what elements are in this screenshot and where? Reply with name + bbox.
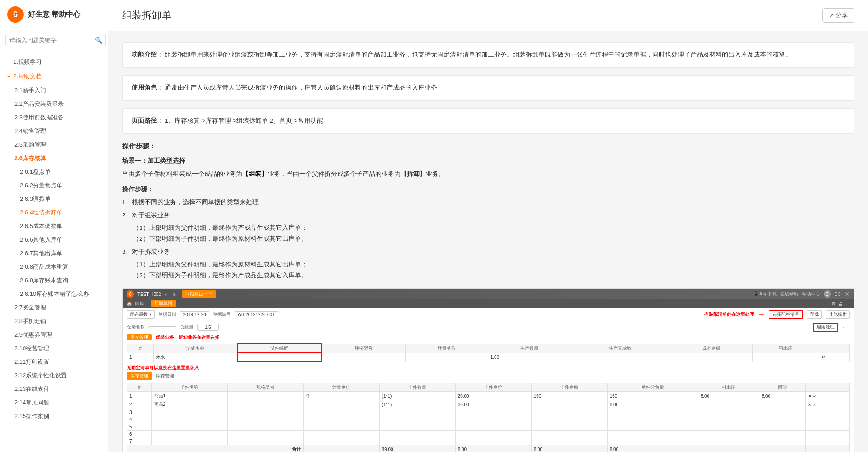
sidebar-item-266[interactable]: 2.6.6其他入库单 bbox=[0, 233, 108, 247]
print-icon[interactable]: 🖨 bbox=[838, 301, 843, 306]
collapse-icon: − bbox=[7, 73, 11, 80]
scene1-title: 场景一：加工类型选择 bbox=[122, 157, 854, 165]
share-icon: ↗ bbox=[829, 12, 834, 19]
sidebar-item-2610[interactable]: 2.6.10库存账本错了怎么办 bbox=[0, 287, 108, 301]
other-btn[interactable]: 其他操作 bbox=[826, 310, 850, 319]
sidebar-item-28[interactable]: 2.8手机旺铺 bbox=[0, 314, 108, 328]
sidebar-item-213[interactable]: 2.13在线支付 bbox=[0, 382, 108, 396]
sidebar-item-video[interactable]: + 1.视频学习 bbox=[0, 55, 108, 69]
date-value[interactable]: 2019-12-26 bbox=[180, 311, 209, 318]
step1: 1、根据不同的业务，选择不同单据的类型来处理 bbox=[122, 197, 854, 208]
annotation-row-5: 无固定清单可以直接在这里置里录入 bbox=[123, 364, 854, 371]
sidebar-item-210[interactable]: 2.10经营管理 bbox=[0, 342, 108, 355]
main-content: 组装拆卸单 ↗ 分享 功能介绍： 组装拆卸单用来处理企业组装或拆卸等加工业务，支… bbox=[108, 0, 868, 452]
sidebar-item-docs[interactable]: − 2.帮助文档 bbox=[0, 69, 108, 84]
sidebar: 6 好生意 帮助中心 🔍 + 1.视频学习 − 2.帮助文档 2.1新手入门 2… bbox=[0, 0, 108, 452]
footer-v6 bbox=[698, 445, 759, 452]
embedded-screenshot: 6 TEST-H002 ▾ ⚙ 同期数据一下 📱 App下载 在线帮助 帮助中心… bbox=[123, 289, 854, 452]
lcell-decomp2: 8.00 bbox=[607, 400, 698, 409]
select-recipe-btn[interactable]: 选择配料清单 bbox=[769, 310, 803, 319]
sidebar-item-21[interactable]: 2.1新手入门 bbox=[0, 84, 108, 97]
close-icon[interactable]: ✕ bbox=[844, 290, 850, 298]
th-spec: 规格型号 bbox=[321, 344, 405, 353]
sidebar-item-24[interactable]: 2.4销售管理 bbox=[0, 124, 108, 138]
period-data-btn[interactable]: 同期数据一下 bbox=[182, 290, 216, 298]
nav-divider: | bbox=[146, 301, 148, 306]
doc-type-select[interactable]: 库存调拨 ▾ bbox=[127, 310, 155, 319]
lth-action bbox=[805, 383, 849, 392]
lcell-unit: 个 bbox=[303, 392, 379, 400]
th-parent-name: 父处名称 bbox=[154, 344, 237, 353]
sidebar-item-264[interactable]: 2.6.4组装拆卸单 bbox=[0, 206, 108, 219]
intro-block: 功能介绍： 组装拆卸单用来处理企业组装或拆卸等加工业务，支持有固定装配清单的产品… bbox=[122, 42, 854, 68]
brand-name: 好生意 帮助中心 bbox=[28, 10, 80, 19]
lcell-init2 bbox=[759, 400, 805, 409]
lcell-decomp: 160 bbox=[607, 392, 698, 400]
sidebar-item-25[interactable]: 2.5采购管理 bbox=[0, 138, 108, 152]
sidebar-item-211[interactable]: 2.11打印设置 bbox=[0, 355, 108, 369]
more-icon[interactable]: ⋯ bbox=[845, 301, 850, 306]
lcell-action[interactable]: ✕ ✓ bbox=[805, 392, 849, 400]
annotation-5: 无固定清单可以直接在这里置里录入 bbox=[127, 365, 199, 370]
nav-new-btn[interactable]: 新增单据 bbox=[151, 300, 176, 307]
lth-price: 子件单价 bbox=[455, 383, 531, 392]
sidebar-item-265[interactable]: 2.6.5成本调整单 bbox=[0, 219, 108, 233]
sidebar-item-215[interactable]: 2.15操作案例 bbox=[0, 409, 108, 423]
lower-table-row-7: 7 bbox=[127, 438, 850, 445]
warehouse-select[interactable] bbox=[148, 326, 176, 328]
lth-name: 子件名称 bbox=[151, 383, 227, 392]
sidebar-item-27[interactable]: 2.7资金管理 bbox=[0, 301, 108, 314]
role-block: 使用角色： 通常由生产人员或库管人员完成拆装业务的操作，库管人员确认原材料的出库… bbox=[122, 75, 854, 101]
warehouse-label: 仓储名称 bbox=[127, 324, 145, 330]
process-btn[interactable]: 启用处理 bbox=[813, 323, 838, 332]
process-section-btn[interactable]: 库存管理 bbox=[127, 334, 152, 340]
screenshot-container: 6 TEST-H002 ▾ ⚙ 同期数据一下 📱 App下载 在线帮助 帮助中心… bbox=[122, 288, 854, 452]
share-label: 分享 bbox=[836, 11, 848, 19]
sidebar-item-261[interactable]: 2.6.1盘点单 bbox=[0, 165, 108, 179]
complete-btn[interactable]: 完成 bbox=[807, 310, 822, 319]
search-button[interactable]: 🔍 bbox=[95, 37, 103, 44]
user-avatar[interactable]: C bbox=[824, 290, 831, 298]
sidebar-item-23[interactable]: 2.3使用前数据准备 bbox=[0, 111, 108, 124]
step2-sub1: （1）上部明细为父件明细，最终作为产成品生成其它入库单； bbox=[122, 223, 854, 233]
help-center-link[interactable]: 帮助中心 bbox=[802, 291, 820, 297]
footer-v7 bbox=[759, 445, 805, 452]
sidebar-item-29[interactable]: 2.9优惠券管理 bbox=[0, 328, 108, 342]
sidebar-item-267[interactable]: 2.6.7其他出库单 bbox=[0, 247, 108, 260]
sidebar-item-22[interactable]: 2.2产品安装及登录 bbox=[0, 97, 108, 111]
search-input[interactable] bbox=[5, 34, 106, 46]
sidebar-item-262[interactable]: 2.6.2分量盘点单 bbox=[0, 179, 108, 192]
sidebar-item-263[interactable]: 2.6.3调拨单 bbox=[0, 192, 108, 206]
app-download-link[interactable]: 📱 App下载 bbox=[753, 291, 777, 297]
share-button[interactable]: ↗ 分享 bbox=[822, 8, 854, 23]
lower-table-row-1: 1 商品1 个 (1*1) 20.00 160 160 8.00 8.00 ✕ bbox=[127, 392, 850, 400]
sidebar-item-26[interactable]: 2.6库存核算 bbox=[0, 152, 108, 165]
sidebar-item-212[interactable]: 2.12系统个性化设置 bbox=[0, 369, 108, 382]
step3-sub1: （1）上部明细为父件明细，最终作为原材料生成其它出库单； bbox=[122, 259, 854, 270]
sidebar-item-269[interactable]: 2.6.9库存账本查询 bbox=[0, 274, 108, 287]
intro-text: 组装拆卸单用来处理企业组装或拆卸等加工业务，支持有固定装配清单的产品加工业务，也… bbox=[165, 51, 792, 58]
lcell-action2[interactable]: ✕ ✓ bbox=[805, 400, 849, 409]
online-help-link[interactable]: 在线帮助 bbox=[780, 291, 798, 297]
sidebar-item-268[interactable]: 2.6.8商品成本重算 bbox=[0, 260, 108, 274]
settings-icon[interactable]: ⚙ bbox=[831, 301, 835, 306]
cell-spec bbox=[321, 353, 405, 362]
cell-unit bbox=[405, 353, 488, 362]
cell-out bbox=[752, 353, 819, 362]
lower-table: # 子件名称 规格型号 计量单位 子件数量 子件单价 子件金额 单件分解量 可出… bbox=[127, 383, 850, 452]
lower-table-footer: 合计 89.00 8.00 8.00 8.00 bbox=[127, 445, 850, 452]
lth-unit: 计量单位 bbox=[303, 383, 379, 392]
bill-label: 单据编号 bbox=[213, 311, 231, 318]
footer-label: 合计 bbox=[127, 445, 304, 452]
bill-value[interactable]: AD-20191226-001 bbox=[235, 311, 278, 318]
main-header: 组装拆卸单 ↗ 分享 bbox=[108, 0, 868, 31]
lcell-spec bbox=[227, 392, 303, 400]
lower-table-row-5: 5 bbox=[127, 423, 850, 431]
qty-value[interactable]: 1/6 bbox=[197, 324, 219, 331]
lcell-qty2: (1*1) bbox=[379, 400, 455, 409]
sidebar-item-214[interactable]: 2.14常见问题 bbox=[0, 396, 108, 409]
ops-title: 操作步骤： bbox=[122, 142, 854, 151]
lower-section-label: 库存管理 bbox=[127, 372, 152, 380]
footer-v2: 89.00 bbox=[379, 445, 455, 452]
cell-action[interactable]: ✕ bbox=[819, 353, 849, 362]
